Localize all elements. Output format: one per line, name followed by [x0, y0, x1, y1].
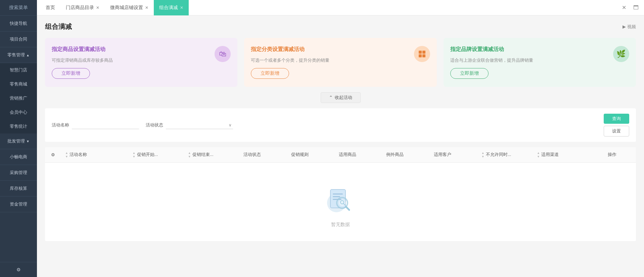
col-rule: 促销规则 — [287, 152, 335, 158]
col-customer-label: 适用客户 — [434, 152, 451, 158]
sidebar-item-retail-mall[interactable]: 零售商城 — [0, 77, 37, 91]
name-input[interactable] — [72, 121, 139, 129]
query-button[interactable]: 查询 — [604, 114, 629, 124]
sidebar-item-fund-mgmt[interactable]: 资金管理 — [0, 197, 37, 212]
svg-rect-3 — [422, 54, 425, 57]
sidebar-item-project-contract[interactable]: 项目合同 — [0, 32, 37, 47]
svg-rect-2 — [419, 54, 422, 57]
card-product-title: 指定商品设置满减活动 — [52, 46, 231, 53]
sidebar-item-marketing[interactable]: 营销推广 — [0, 91, 37, 105]
chevron-down-icon: ▼ — [26, 140, 30, 143]
window-restore-button[interactable]: 🗖 — [631, 3, 641, 12]
sort-arrows: ▲▼ — [481, 151, 485, 158]
empty-image — [324, 183, 357, 216]
setting-button[interactable]: 设置 — [604, 126, 629, 136]
col-customer: 适用客户 — [430, 152, 477, 158]
tab-home[interactable]: 首页 — [40, 0, 60, 15]
sidebar-item-retail-mgmt[interactable]: 零售管理 ▲ — [0, 47, 37, 63]
card-brand-desc: 适合与上游企业联合做营销，提升品牌销量 — [450, 57, 629, 64]
svg-line-11 — [346, 207, 349, 210]
card-brand-title: 指定品牌设置满减活动 — [450, 46, 629, 53]
close-icon[interactable]: ✕ — [180, 5, 183, 10]
chevron-up-icon: ⌃ — [329, 95, 333, 100]
col-rule-label: 促销规则 — [291, 152, 309, 158]
col-name-label: 活动名称 — [70, 152, 87, 158]
card-category-icon — [414, 46, 430, 62]
gear-icon: ⚙ — [16, 267, 21, 272]
col-not-same-label: 不允许同时... — [486, 152, 511, 158]
content-area: 组合满减 ▶ 视频 🛍 指定商品设置满减活动 可指定滞销商品或库存较多商品 立即… — [37, 15, 644, 277]
col-goods: 适用商品 — [335, 152, 382, 158]
window-close-button[interactable]: ✕ — [619, 3, 629, 12]
tab-combo-discount-label: 组合满减 — [159, 5, 178, 11]
tab-home-label: 首页 — [46, 5, 55, 11]
sidebar-item-quick-nav[interactable]: 快捷导航 — [0, 16, 37, 32]
tab-bar-actions: ✕ 🗖 — [619, 3, 641, 12]
col-goods-label: 适用商品 — [339, 152, 356, 158]
card-category-btn[interactable]: 立即新增 — [251, 68, 289, 79]
status-select-wrapper: ∨ — [166, 121, 233, 129]
empty-state: 暂无数据 — [45, 163, 636, 241]
search-actions: 查询 设置 — [604, 114, 629, 136]
col-settings[interactable]: ⚙ — [45, 152, 61, 157]
sidebar-item-wholesale-mgmt[interactable]: 批发管理 ▼ — [0, 133, 37, 149]
collapse-button[interactable]: ⌃ 收起活动 — [321, 92, 361, 103]
status-select[interactable] — [166, 121, 233, 129]
col-end-label: 促销结束... — [192, 152, 214, 158]
card-product-btn[interactable]: 立即新增 — [52, 68, 90, 79]
col-promo-start: ▲▼ 促销开始... — [129, 151, 184, 158]
sidebar-item-inventory[interactable]: 库存核算 — [0, 181, 37, 197]
chevron-up-icon: ▲ — [26, 53, 30, 57]
collapse-label: 收起活动 — [335, 95, 352, 101]
status-field: 活动状态 ∨ — [146, 121, 233, 129]
col-channel: ▲▼ 适用渠道 — [533, 151, 588, 158]
sort-arrows: ▲▼ — [65, 151, 68, 158]
empty-text: 暂无数据 — [331, 222, 350, 228]
name-label: 活动名称 — [52, 122, 69, 128]
tab-store-catalog[interactable]: 门店商品目录 ✕ — [60, 0, 105, 15]
card-brand: 🌿 指定品牌设置满减活动 适合与上游企业联合做营销，提升品牌销量 立即新增 — [444, 38, 636, 87]
sort-arrows: ▲▼ — [133, 151, 136, 158]
video-link[interactable]: ▶ 视频 — [623, 24, 636, 30]
status-label: 活动状态 — [146, 122, 163, 128]
col-promo-end: ▲▼ 促销结束... — [184, 151, 239, 158]
tab-wechat-store-settings[interactable]: 微商城店铺设置 ✕ — [105, 0, 154, 15]
card-product: 🛍 指定商品设置满减活动 可指定滞销商品或库存较多商品 立即新增 — [45, 38, 237, 87]
settings-button[interactable]: ⚙ — [0, 262, 37, 277]
sort-arrows: ▲▼ — [188, 151, 191, 158]
card-brand-icon: 🌿 — [613, 46, 629, 62]
sidebar-search[interactable]: 搜索菜单 — [0, 0, 37, 16]
svg-rect-0 — [419, 51, 422, 54]
sidebar-item-retail-stats[interactable]: 零售统计 — [0, 119, 37, 133]
sidebar-item-xiaochangec[interactable]: 小畅电商 — [0, 149, 37, 165]
sidebar: 搜索菜单 快捷导航 项目合同 零售管理 ▲ 智慧门店 零售商城 营销推广 会员中… — [0, 0, 37, 277]
col-status: 活动状态 — [239, 152, 287, 158]
col-name: ▲▼ 活动名称 — [61, 151, 129, 158]
card-category-title: 指定分类设置满减活动 — [251, 46, 430, 53]
sidebar-item-member-center[interactable]: 会员中心 — [0, 105, 37, 119]
sidebar-item-smart-store[interactable]: 智慧门店 — [0, 63, 37, 77]
col-action-label: 操作 — [608, 152, 616, 158]
sidebar-item-label: 批发管理 — [7, 138, 25, 144]
close-icon[interactable]: ✕ — [96, 5, 99, 10]
col-status-label: 活动状态 — [243, 152, 261, 158]
tab-combo-discount[interactable]: 组合满减 ✕ — [154, 0, 189, 15]
col-except-label: 例外商品 — [386, 152, 404, 158]
table-container: ⚙ ▲▼ 活动名称 ▲▼ 促销开始... ▲▼ 促销结束... 活动状态 促销 — [45, 147, 636, 241]
activity-cards: 🛍 指定商品设置满减活动 可指定滞销商品或库存较多商品 立即新增 指定分类设置满… — [45, 38, 636, 87]
search-bar: 活动名称 活动状态 ∨ 查询 设置 — [45, 108, 636, 142]
card-category: 指定分类设置满减活动 可选一个或者多个分类，提升分类的销量 立即新增 — [244, 38, 436, 87]
col-channel-label: 适用渠道 — [541, 152, 559, 158]
main-area: 首页 门店商品目录 ✕ 微商城店铺设置 ✕ 组合满减 ✕ ✕ 🗖 组合满减 ▶ … — [37, 0, 644, 277]
card-product-icon: 🛍 — [215, 46, 231, 62]
card-brand-btn[interactable]: 立即新增 — [450, 68, 489, 79]
name-field: 活动名称 — [52, 121, 139, 129]
sidebar-item-purchase-mgmt[interactable]: 采购管理 — [0, 165, 37, 181]
col-start-label: 促销开始... — [137, 152, 158, 158]
video-label: 视频 — [627, 24, 636, 30]
tab-store-catalog-label: 门店商品目录 — [66, 5, 94, 11]
card-category-desc: 可选一个或者多个分类，提升分类的销量 — [251, 57, 430, 64]
svg-rect-7 — [333, 196, 340, 197]
tab-wechat-store-settings-label: 微商城店铺设置 — [110, 5, 143, 11]
close-icon[interactable]: ✕ — [145, 5, 148, 10]
